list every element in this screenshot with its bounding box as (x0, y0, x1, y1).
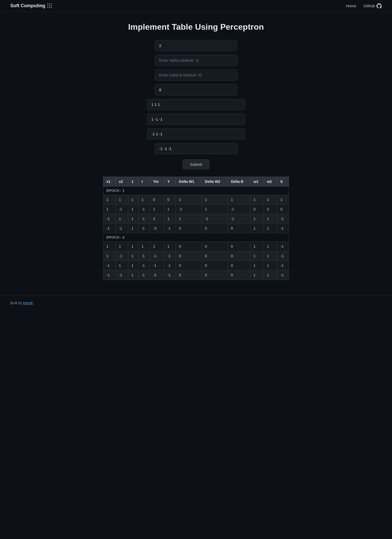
table-cell: -1 (138, 270, 150, 280)
col-header: w2 (264, 177, 277, 186)
row2-field[interactable] (147, 114, 245, 125)
table-cell: -1 (138, 251, 150, 261)
table-cell: 1 (116, 261, 128, 270)
table-row: -1-11-1-3-100011-1 (103, 270, 289, 280)
table-cell: 1 (128, 195, 138, 205)
table-cell: 1 (264, 270, 277, 280)
dot (47, 7, 48, 8)
col-header: Yin (150, 177, 164, 186)
table-cell: 1 (202, 205, 228, 214)
epoch-row: EPOCH - 2 (103, 233, 289, 242)
table-cell: 1 (250, 214, 264, 224)
table-cell: -1 (116, 224, 128, 233)
table-cell: -1 (138, 261, 150, 270)
dot (51, 3, 52, 4)
table-cell: 1 (103, 205, 116, 214)
table-cell: 1 (250, 251, 264, 261)
brand: Soft Computing (10, 3, 52, 9)
table-cell: 1 (128, 261, 138, 270)
table-row: -1-11-1-3-100011-1 (103, 224, 289, 233)
table-cell: 1 (264, 195, 277, 205)
table-cell: 1 (128, 224, 138, 233)
table-cell: -1 (103, 224, 116, 233)
table-cell: 0 (202, 261, 228, 270)
epoch-label: EPOCH - 1 (103, 186, 289, 195)
table-cell: -1 (176, 205, 202, 214)
brand-label: Soft Computing (10, 3, 45, 9)
inputs-count-field[interactable] (155, 40, 237, 51)
header-row: x1x21tYinYDelta W1Delta W2Delta Bw1w2b (103, 177, 289, 186)
dot (51, 7, 52, 8)
nav-links: Home Github (346, 3, 382, 9)
dot (49, 3, 50, 4)
epochs-field[interactable] (155, 84, 237, 95)
table-cell: -1 (277, 261, 289, 270)
table-cell: 0 (228, 251, 250, 261)
table-cell: -1 (150, 261, 164, 270)
row1-field[interactable] (147, 99, 245, 110)
main-content: Implement Table Using Perceptron Submit … (98, 12, 294, 295)
table-cell: 0 (202, 224, 228, 233)
initial-b-field[interactable] (155, 69, 237, 81)
table-cell: -1 (138, 205, 150, 214)
table-row: 1-11-111-11-1020 (103, 205, 289, 214)
col-header: Delta W2 (202, 177, 228, 186)
table-cell: 0 (176, 270, 202, 280)
table-cell: -1 (138, 224, 150, 233)
alpha-field[interactable] (155, 55, 237, 66)
table-cell: -1 (103, 261, 116, 270)
table-cell: -1 (228, 205, 250, 214)
table-cell: 0 (202, 251, 228, 261)
table-cell: 1 (176, 214, 202, 224)
table-cell: 0 (228, 261, 250, 270)
col-header: Delta B (228, 177, 250, 186)
table-cell: 0 (277, 205, 289, 214)
table-cell: 0 (250, 205, 264, 214)
author-label: tnmyk (23, 301, 33, 305)
results-table-wrapper: x1x21tYinYDelta W1Delta W2Delta Bw1w2b E… (103, 177, 289, 280)
dot (49, 5, 50, 6)
table-cell: 0 (202, 270, 228, 280)
dot (51, 5, 52, 6)
col-header: w1 (250, 177, 264, 186)
table-row: -111-1-1-100011-1 (103, 261, 289, 270)
brand-icon (47, 3, 52, 8)
table-cell: 1 (116, 242, 128, 251)
home-link[interactable]: Home (346, 4, 356, 8)
table-cell: 1 (264, 261, 277, 270)
submit-button[interactable]: Submit (183, 159, 210, 169)
table-cell: -1 (277, 214, 289, 224)
table-row: 11111100011-1 (103, 242, 289, 251)
table-cell: -1 (116, 270, 128, 280)
table-cell: -1 (164, 261, 176, 270)
form-section: Submit (103, 40, 289, 169)
table-cell: 0 (164, 195, 176, 205)
row3-field[interactable] (147, 128, 245, 139)
table-cell: -1 (277, 251, 289, 261)
table-cell: 1 (164, 205, 176, 214)
dot (49, 7, 50, 8)
table-cell: 1 (128, 270, 138, 280)
table-body: EPOCH - 11111001111111-11-111-11-1020-11… (103, 186, 289, 280)
author-link[interactable]: tnmyk (23, 301, 33, 305)
table-cell: 1 (250, 242, 264, 251)
table-cell: 1 (128, 205, 138, 214)
epoch-row: EPOCH - 1 (103, 186, 289, 195)
table-cell: 1 (250, 261, 264, 270)
dot (47, 5, 48, 6)
table-row: -111-1211-1-111-1 (103, 214, 289, 224)
results-table: x1x21tYinYDelta W1Delta W2Delta Bw1w2b E… (103, 177, 289, 280)
table-cell: 0 (228, 224, 250, 233)
table-cell: 0 (150, 195, 164, 205)
row4-field[interactable] (155, 143, 237, 154)
table-cell: -1 (164, 270, 176, 280)
col-header: x2 (116, 177, 128, 186)
footer: Built by tnmyk (0, 295, 392, 310)
table-cell: -1 (150, 251, 164, 261)
table-cell: -1 (116, 251, 128, 261)
table-row: 1-11-1-1-100011-1 (103, 251, 289, 261)
table-cell: 0 (202, 242, 228, 251)
navbar: Soft Computing Home Github (0, 0, 392, 12)
github-link[interactable]: Github (364, 3, 382, 9)
table-cell: -1 (277, 270, 289, 280)
